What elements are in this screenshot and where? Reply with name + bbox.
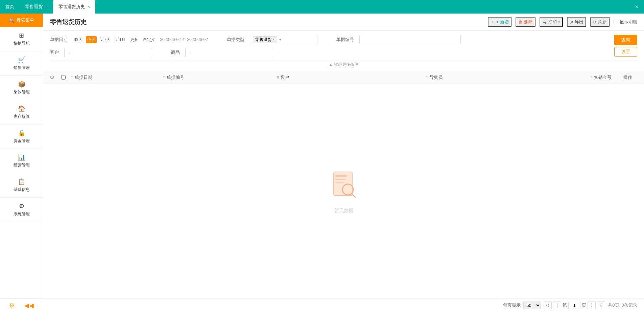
sidebar-search[interactable]: 🔍 搜索菜单 xyxy=(0,14,43,27)
refresh-button[interactable]: ↺ 刷新 xyxy=(590,17,610,27)
date-opt-custom[interactable]: 自定义 xyxy=(142,36,157,43)
th-date[interactable]: ⇅ 单据日期 xyxy=(68,74,160,81)
date-opt-more[interactable]: 更多 xyxy=(129,36,140,43)
audio-icon[interactable]: ◀◀ xyxy=(24,302,34,309)
header-actions: ＋ + 新增 🗑 删除 🖨 打印 ▾ ↗ 导出 ↺ xyxy=(488,17,637,27)
docnum-filter-input[interactable] xyxy=(359,35,461,44)
tab-retail-return[interactable]: 零售退货 × xyxy=(20,0,53,14)
table-header: ⚙ ⇅ 单据日期 ⇅ 单据编号 ⇅ 客户 ⇅ 导购员 xyxy=(43,71,644,84)
collapse-button[interactable]: ▲ 收起更多条件 xyxy=(50,61,637,68)
select-all-checkbox[interactable] xyxy=(58,75,68,80)
th-num-label: 单据编号 xyxy=(167,74,184,81)
search-icon: 🔍 xyxy=(9,18,15,23)
sidebar-item-ops-label: 经营管理 xyxy=(14,162,30,168)
th-guide-label: 导购员 xyxy=(430,74,443,81)
sort-icon-amount: ⇅ xyxy=(590,75,593,79)
tab-retail-return-close[interactable]: × xyxy=(45,4,48,9)
filter-area: 单据日期 昨天 今天 近7天 近1月 更多 自定义 2023-06-02 至 2… xyxy=(43,31,644,71)
ops-icon: 📊 xyxy=(18,154,25,161)
customer-filter-select[interactable]: … xyxy=(64,48,152,57)
new-label: + 新增 xyxy=(496,19,509,25)
sidebar-nav: ⊞ 快捷导航 🛒 销售管理 📦 采购管理 🏠 库存核算 🔒 资金管理 📊 xyxy=(0,27,43,298)
type-tag-close[interactable]: × xyxy=(272,37,275,42)
finance-icon: 🔒 xyxy=(18,129,25,137)
date-opt-today[interactable]: 今天 xyxy=(86,36,97,43)
date-filter-label: 单据日期 xyxy=(50,37,68,43)
tab-home-label: 首页 xyxy=(5,4,14,10)
docnum-filter-label: 单据编号 xyxy=(336,37,354,43)
settings-icon[interactable]: ⚙ xyxy=(9,302,15,309)
sort-icon-date: ⇅ xyxy=(71,75,74,79)
delete-icon: 🗑 xyxy=(518,20,523,25)
sidebar-item-quick-nav[interactable]: ⊞ 快捷导航 xyxy=(0,27,43,51)
top-bar: 首页 零售退货 × 零售退货历史 × × xyxy=(0,0,644,14)
show-detail-checkbox[interactable] xyxy=(614,20,618,24)
type-filter-label: 单据类型 xyxy=(227,37,244,43)
pagination: 每页显示 20 50 100 ⟨⟨ ⟨ 第 页 ⟩ ⟩⟩ 共0页, 0条记录 xyxy=(43,298,644,312)
empty-text: 暂无数据 xyxy=(334,208,353,214)
last-page-button[interactable]: ⟩⟩ xyxy=(597,301,605,309)
page-title: 零售退货历史 xyxy=(50,18,87,26)
print-label: 打印 xyxy=(548,19,557,25)
th-date-label: 单据日期 xyxy=(75,74,92,81)
column-settings-icon[interactable]: ⚙ xyxy=(46,74,58,81)
inventory-icon: 🏠 xyxy=(18,105,25,112)
select-all-input[interactable] xyxy=(61,75,66,80)
refresh-label: 刷新 xyxy=(598,19,607,25)
collapse-icon: ▲ xyxy=(329,62,333,67)
tab-retail-return-history[interactable]: 零售退货历史 × xyxy=(53,0,95,14)
type-chevron-icon: ▾ xyxy=(279,38,281,42)
sidebar-item-sales-label: 销售管理 xyxy=(14,65,30,71)
date-opt-yesterday[interactable]: 昨天 xyxy=(73,36,84,43)
svg-rect-1 xyxy=(335,175,347,177)
next-page-button[interactable]: ⟩ xyxy=(588,301,596,309)
page-input[interactable] xyxy=(568,302,580,309)
page-size-label: 每页显示 xyxy=(503,302,521,308)
show-detail-toggle[interactable]: 显示明细 xyxy=(614,19,637,25)
query-button[interactable]: 查询 xyxy=(614,35,637,45)
sidebar-item-ops-mgmt[interactable]: 📊 经营管理 xyxy=(0,149,43,173)
sidebar-item-finance-mgmt[interactable]: 🔒 资金管理 xyxy=(0,125,43,149)
type-filter-select[interactable]: 零售退货 × ▾ xyxy=(250,35,317,44)
svg-rect-3 xyxy=(335,182,344,183)
tab-retail-return-history-close[interactable]: × xyxy=(88,4,90,9)
tab-retail-return-label: 零售退货 xyxy=(25,4,43,10)
sys-icon: ⚙ xyxy=(19,202,24,210)
settings-button[interactable]: 设置 xyxy=(614,47,637,57)
th-num[interactable]: ⇅ 单据编号 xyxy=(160,74,274,81)
sidebar-item-sales-mgmt[interactable]: 🛒 销售管理 xyxy=(0,51,43,76)
sidebar-footer: ⚙ ◀◀ xyxy=(0,298,43,312)
print-icon: 🖨 xyxy=(542,20,547,25)
export-button[interactable]: ↗ 导出 xyxy=(567,17,586,27)
sort-icon-cust: ⇅ xyxy=(277,75,279,79)
sidebar-item-basic-info[interactable]: 📋 基础信息 xyxy=(0,173,43,198)
tab-home[interactable]: 首页 xyxy=(0,0,20,14)
new-button[interactable]: ＋ + 新增 xyxy=(488,17,511,27)
goods-filter-select[interactable]: … xyxy=(185,48,273,57)
sidebar-item-purchase-mgmt[interactable]: 📦 采购管理 xyxy=(0,76,43,100)
page-label: 第 xyxy=(563,302,567,308)
filter-action-area: 查询 设置 xyxy=(614,35,637,57)
prev-page-button[interactable]: ⟨ xyxy=(553,301,561,309)
th-customer[interactable]: ⇅ 客户 xyxy=(274,74,423,81)
date-opt-7days[interactable]: 近7天 xyxy=(99,36,112,43)
date-opt-1month[interactable]: 近1月 xyxy=(114,36,127,43)
page-nav: ⟨⟨ ⟨ 第 页 ⟩ ⟩⟩ xyxy=(544,301,605,309)
th-guide[interactable]: ⇅ 导购员 xyxy=(423,74,537,81)
sidebar-item-purchase-label: 采购管理 xyxy=(14,89,30,95)
first-page-button[interactable]: ⟨⟨ xyxy=(544,301,552,309)
print-chevron-icon: ▾ xyxy=(558,20,560,24)
sidebar-item-quick-nav-label: 快捷导航 xyxy=(14,41,30,46)
print-button[interactable]: 🖨 打印 ▾ xyxy=(540,17,563,27)
th-amount-label: 实销金额 xyxy=(594,74,612,81)
sidebar-search-label: 搜索菜单 xyxy=(17,17,34,23)
sidebar-item-inventory-calc[interactable]: 🏠 库存核算 xyxy=(0,100,43,125)
sidebar-item-sys-mgmt[interactable]: ⚙ 系统管理 xyxy=(0,198,43,222)
page-size-select[interactable]: 20 50 100 xyxy=(523,302,541,309)
window-close-button[interactable]: × xyxy=(635,3,639,10)
delete-button[interactable]: 🗑 删除 xyxy=(516,17,535,27)
th-amount[interactable]: ⇅ 实销金额 xyxy=(537,74,614,81)
sidebar-item-sys-label: 系统管理 xyxy=(14,211,30,217)
table-section: ⚙ ⇅ 单据日期 ⇅ 单据编号 ⇅ 客户 ⇅ 导购员 xyxy=(43,71,644,312)
empty-illustration xyxy=(327,169,361,202)
